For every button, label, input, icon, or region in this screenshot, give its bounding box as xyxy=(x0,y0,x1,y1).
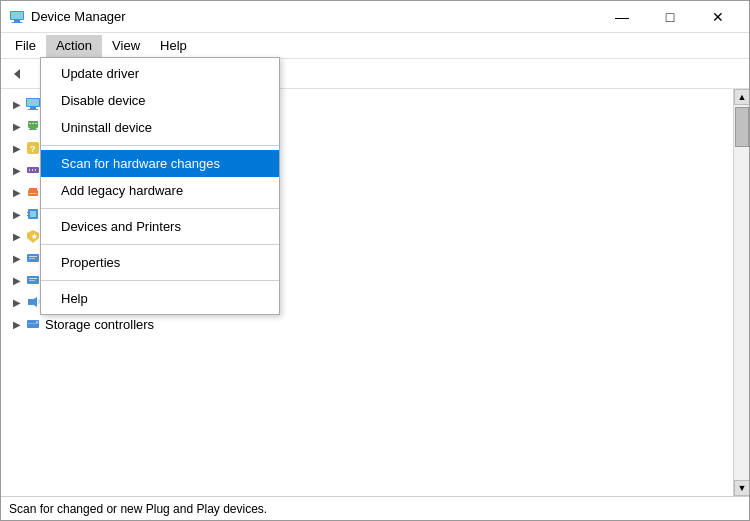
expand-arrow-other: ▶ xyxy=(9,140,25,156)
expand-arrow-software-dev: ▶ xyxy=(9,272,25,288)
dropdown-separator-4 xyxy=(41,280,279,281)
svg-rect-13 xyxy=(29,123,31,124)
status-text: Scan for changed or new Plug and Play de… xyxy=(9,502,267,516)
status-bar: Scan for changed or new Plug and Play de… xyxy=(1,496,749,520)
security-icon: ★ xyxy=(25,228,41,244)
svg-rect-23 xyxy=(29,188,37,191)
svg-rect-32 xyxy=(29,258,35,259)
svg-point-41 xyxy=(36,321,38,323)
expand-arrow-print: ▶ xyxy=(9,184,25,200)
tree-label-storage: Storage controllers xyxy=(45,317,154,332)
window-controls: — □ ✕ xyxy=(599,1,741,33)
scroll-down-arrow[interactable]: ▼ xyxy=(734,480,749,496)
window-title: Device Manager xyxy=(31,9,599,24)
scroll-up-arrow[interactable]: ▲ xyxy=(734,89,749,105)
storage-icon xyxy=(25,316,41,332)
print-icon xyxy=(25,184,41,200)
expand-arrow-monitors: ▶ xyxy=(9,96,25,112)
dropdown-item-uninstall-device[interactable]: Uninstall device xyxy=(41,114,279,141)
dropdown-separator-3 xyxy=(41,244,279,245)
expand-arrow-ports: ▶ xyxy=(9,162,25,178)
dropdown-item-devices-printers[interactable]: Devices and Printers xyxy=(41,213,279,240)
menu-item-file[interactable]: File xyxy=(5,35,46,57)
vertical-scrollbar[interactable]: ▲ ▼ xyxy=(733,89,749,496)
menu-bar: File Action View Help xyxy=(1,33,749,59)
svg-rect-14 xyxy=(32,123,34,124)
ports-icon xyxy=(25,162,41,178)
svg-rect-7 xyxy=(30,107,36,109)
software-comp-icon xyxy=(25,250,41,266)
svg-rect-21 xyxy=(35,169,36,171)
scroll-track[interactable] xyxy=(734,105,749,480)
svg-marker-4 xyxy=(14,69,20,79)
other-icon: ? xyxy=(25,140,41,156)
network-icon xyxy=(25,118,41,134)
svg-rect-15 xyxy=(35,123,37,124)
svg-rect-8 xyxy=(28,109,38,110)
maximize-button[interactable]: □ xyxy=(647,1,693,33)
svg-rect-9 xyxy=(27,99,39,106)
svg-rect-2 xyxy=(12,22,22,23)
svg-rect-3 xyxy=(11,12,23,19)
dropdown-item-properties[interactable]: Properties xyxy=(41,249,279,276)
close-button[interactable]: ✕ xyxy=(695,1,741,33)
svg-rect-11 xyxy=(30,128,36,129)
svg-rect-35 xyxy=(29,280,35,281)
dropdown-item-help[interactable]: Help xyxy=(41,285,279,312)
expand-arrow-processors: ▶ xyxy=(9,206,25,222)
device-manager-window: Device Manager — □ ✕ File Action View He… xyxy=(0,0,750,521)
dropdown-separator-1 xyxy=(41,145,279,146)
back-button[interactable] xyxy=(5,62,29,86)
cpu-icon xyxy=(25,206,41,222)
dropdown-item-add-legacy[interactable]: Add legacy hardware xyxy=(41,177,279,204)
expand-arrow-sound: ▶ xyxy=(9,294,25,310)
action-dropdown-menu: Update driver Disable device Uninstall d… xyxy=(40,57,280,315)
svg-rect-10 xyxy=(28,121,38,128)
svg-rect-26 xyxy=(30,211,36,217)
software-dev-icon xyxy=(25,272,41,288)
window-icon xyxy=(9,9,25,25)
expand-arrow-software-comp: ▶ xyxy=(9,250,25,266)
svg-rect-1 xyxy=(14,20,20,22)
svg-rect-27 xyxy=(27,212,28,213)
svg-rect-19 xyxy=(29,169,30,171)
svg-text:★: ★ xyxy=(31,233,38,240)
svg-rect-34 xyxy=(29,278,37,279)
minimize-button[interactable]: — xyxy=(599,1,645,33)
menu-item-view[interactable]: View xyxy=(102,35,150,57)
expand-arrow-storage: ▶ xyxy=(9,316,25,332)
svg-rect-12 xyxy=(29,129,37,130)
dropdown-item-scan-hardware[interactable]: Scan for hardware changes xyxy=(41,150,279,177)
svg-rect-28 xyxy=(27,215,28,216)
svg-text:?: ? xyxy=(30,144,36,154)
svg-rect-20 xyxy=(32,169,33,171)
svg-rect-31 xyxy=(29,256,37,257)
dropdown-item-update-driver[interactable]: Update driver xyxy=(41,60,279,87)
svg-rect-24 xyxy=(29,193,37,194)
dropdown-separator-2 xyxy=(41,208,279,209)
menu-item-help[interactable]: Help xyxy=(150,35,197,57)
tree-item-storage[interactable]: ▶ Storage controllers xyxy=(1,313,733,335)
svg-rect-40 xyxy=(28,323,38,324)
expand-arrow-network: ▶ xyxy=(9,118,25,134)
expand-arrow-security: ▶ xyxy=(9,228,25,244)
title-bar: Device Manager — □ ✕ xyxy=(1,1,749,33)
dropdown-item-disable-device[interactable]: Disable device xyxy=(41,87,279,114)
monitor-icon xyxy=(25,96,41,112)
svg-marker-37 xyxy=(32,297,37,307)
scroll-thumb[interactable] xyxy=(735,107,749,147)
menu-item-action[interactable]: Action xyxy=(46,35,102,57)
sound-icon: ) xyxy=(25,294,41,310)
